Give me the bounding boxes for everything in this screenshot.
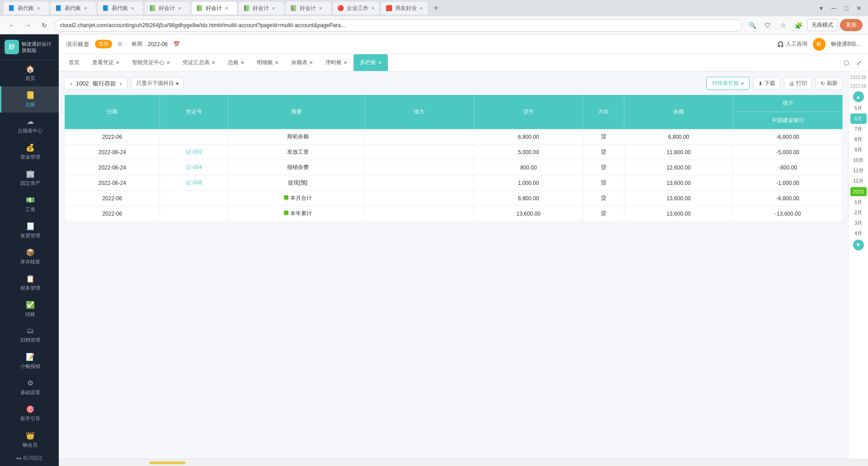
tab-close-0[interactable]: ✕: [37, 6, 40, 11]
consult-button[interactable]: 🎧 人工咨询: [777, 40, 807, 48]
download-button[interactable]: ⬇ 下载: [753, 77, 780, 90]
sidebar-item-member[interactable]: 👑 畅会员: [0, 427, 59, 450]
nav-tab-summary-close[interactable]: ✕: [212, 60, 215, 65]
tab-3[interactable]: 📗 好会计 ✕: [145, 2, 190, 14]
filter-dropdown[interactable]: 只显示下级科目 ▾: [131, 77, 184, 89]
date-item-sep[interactable]: 9月: [850, 145, 867, 155]
tab-2[interactable]: 📘 易代账 ✕: [98, 2, 143, 14]
sidebar-item-home[interactable]: 🏠 首页: [0, 60, 59, 86]
tab-nav-right: ⬡ ⤢: [841, 57, 864, 68]
sidebar-item-salary[interactable]: 💵 工资: [0, 191, 59, 217]
voucher-link[interactable]: 记-004: [186, 164, 202, 170]
restore-btn[interactable]: □: [841, 3, 852, 14]
voucher-link[interactable]: 记-006: [186, 179, 202, 186]
nav-tab-sequence[interactable]: 序时账 ✕: [319, 54, 354, 71]
nav-tab-voucher[interactable]: 查看凭证 ✕: [86, 54, 126, 71]
sidebar-item-invoice[interactable]: 🧾 发票管理: [0, 217, 59, 244]
cell-balance: 13,600.00: [624, 191, 733, 206]
sidebar-item-expense[interactable]: 📝 小畅报销: [0, 348, 59, 374]
tab-5[interactable]: 📗 好会计 ✕: [239, 2, 284, 14]
tab-close-2[interactable]: ✕: [131, 6, 134, 11]
tab-list-btn[interactable]: ▾: [816, 3, 826, 14]
horizontal-scrollbar[interactable]: [149, 461, 185, 464]
special-multicolumn-button[interactable]: 特殊多栏账 ▾: [706, 77, 750, 90]
sidebar-pin[interactable]: ◂◂ 取消固定: [0, 450, 59, 466]
date-down-btn[interactable]: ▼: [853, 240, 864, 250]
back-button[interactable]: ←: [5, 19, 18, 32]
nav-tab-balance[interactable]: 余额表 ✕: [285, 54, 319, 71]
account-next-btn[interactable]: ›: [118, 80, 124, 87]
nav-tab-multicolumn-close[interactable]: ✕: [378, 60, 382, 65]
nav-tab-balance-close[interactable]: ✕: [309, 60, 313, 65]
nav-tab-general[interactable]: 总账 ✕: [222, 54, 250, 71]
tab-close-5[interactable]: ✕: [272, 6, 275, 11]
refresh-button[interactable]: ↻ 刷新: [816, 77, 843, 90]
tab-close-7[interactable]: ✕: [371, 6, 375, 11]
tab-close-4[interactable]: ✕: [225, 6, 228, 11]
sidebar-item-guide[interactable]: 🎯 新手引导: [0, 400, 59, 427]
nav-tab-detail[interactable]: 明细账 ✕: [250, 54, 285, 71]
tab-1[interactable]: 📘 易代账 ✕: [51, 2, 96, 14]
date-item-oct[interactable]: 10月: [850, 155, 867, 165]
nav-tab-general-close[interactable]: ✕: [241, 60, 244, 65]
new-tab-button[interactable]: +: [429, 2, 442, 14]
col-summary: 摘要: [228, 95, 365, 129]
collapse-panel-btn[interactable]: ⬡: [841, 57, 852, 68]
print-button[interactable]: 🖨 打印: [784, 77, 812, 90]
nav-tab-smart[interactable]: 智能凭证中心 ✕: [126, 54, 176, 71]
nav-tab-home[interactable]: 首页: [62, 54, 86, 71]
tab-close-3[interactable]: ✕: [178, 6, 181, 11]
tab-8[interactable]: 🟥 用友好业 ✕: [381, 2, 428, 14]
tab-close-6[interactable]: ✕: [319, 6, 322, 11]
date-item-2022-06-2[interactable]: 2022.06: [850, 82, 867, 90]
sidebar-item-tax[interactable]: 📋 税务管理: [0, 270, 59, 296]
sidebar-item-inventory[interactable]: 📦 库存核算: [0, 244, 59, 270]
tab-0[interactable]: 📘 易代账 ✕: [4, 2, 49, 14]
forward-button[interactable]: →: [22, 19, 34, 32]
nav-tab-voucher-close[interactable]: ✕: [116, 60, 119, 65]
update-button[interactable]: 更新: [840, 19, 863, 31]
sidebar-item-cloud[interactable]: ☁ 云报表中心: [0, 113, 59, 139]
tab-close-8[interactable]: ✕: [420, 6, 423, 11]
date-item-feb[interactable]: 2月: [850, 207, 867, 218]
sidebar-item-capital[interactable]: 💰 资金管理: [0, 139, 59, 165]
sidebar-item-assets[interactable]: 🏢 固定资产: [0, 165, 59, 191]
sidebar-item-ledger[interactable]: 📒 总账: [0, 86, 59, 113]
expand-panel-btn[interactable]: ⤢: [854, 57, 864, 68]
date-item-mar[interactable]: 3月: [850, 218, 867, 228]
nav-tab-detail-close[interactable]: ✕: [275, 60, 278, 65]
tab-6[interactable]: 📗 好会计 ✕: [286, 2, 331, 14]
date-item-aug[interactable]: 8月: [850, 134, 867, 145]
date-item-2022-06-top[interactable]: 2022.06: [850, 73, 867, 82]
voucher-link[interactable]: 记-002: [186, 149, 202, 155]
date-item-dec[interactable]: 12月: [850, 176, 867, 186]
address-input[interactable]: [54, 19, 742, 32]
no-trace-button[interactable]: 无痕模式: [807, 19, 837, 31]
sidebar-item-archive[interactable]: 🗂 归档管理: [0, 322, 59, 348]
date-item-apr[interactable]: 4月: [850, 228, 867, 239]
tab-7[interactable]: 🔴 企业工作 ✕: [333, 2, 379, 14]
extensions-icon[interactable]: 🧩: [792, 19, 805, 32]
nav-tab-sequence-close[interactable]: ✕: [344, 60, 347, 65]
date-item-jan[interactable]: 1月: [850, 197, 867, 207]
account-prev-btn[interactable]: ‹: [68, 80, 74, 87]
sidebar-item-settings[interactable]: ⚙ 基础设置: [0, 374, 59, 400]
star-icon[interactable]: ☆: [777, 19, 789, 32]
tab-4[interactable]: 📗 好会计 ✕: [192, 2, 237, 14]
date-item-june[interactable]: 6月: [850, 113, 867, 124]
sidebar-item-settle[interactable]: ✅ 结账: [0, 296, 59, 322]
tab-close-1[interactable]: ✕: [84, 6, 87, 11]
close-btn[interactable]: ✕: [854, 3, 864, 14]
calendar-icon[interactable]: 📅: [173, 41, 180, 47]
date-item-nov[interactable]: 11月: [850, 165, 867, 176]
nav-tab-multicolumn[interactable]: 多栏账 ✕: [354, 54, 388, 71]
date-up-btn[interactable]: ▲: [853, 91, 864, 102]
reload-button[interactable]: ↻: [38, 19, 51, 32]
nav-tab-summary[interactable]: 凭证汇总表 ✕: [176, 54, 222, 71]
nav-tab-smart-close[interactable]: ✕: [166, 60, 170, 65]
search-icon[interactable]: 🔍: [746, 19, 759, 32]
settings-gear-icon[interactable]: ⚙: [118, 41, 123, 47]
date-item-july[interactable]: 7月: [850, 124, 867, 134]
date-item-may[interactable]: 5月: [850, 103, 867, 113]
minimize-btn[interactable]: ─: [828, 3, 839, 14]
